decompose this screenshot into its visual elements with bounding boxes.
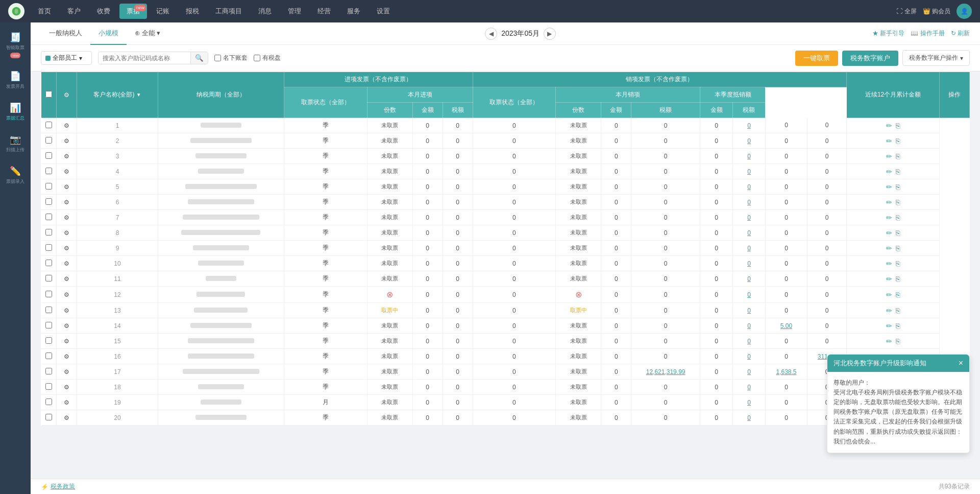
row-checkbox[interactable] [45, 168, 52, 174]
table-row: ⚙ 12 季 ⊗ 0 0 0 ⊗ 0 0 0 0 0 0 ✏ ⎘ [41, 287, 970, 303]
row-checkbox[interactable] [45, 337, 52, 344]
edit-icon[interactable]: ✏ [886, 122, 892, 130]
nav-operation[interactable]: 经营 [310, 4, 338, 19]
edit-icon[interactable]: ✏ [886, 291, 892, 299]
copy-icon[interactable]: ⎘ [896, 152, 900, 160]
nav-billing[interactable]: 收费 [90, 4, 117, 19]
row-cumulative-cell: 0 [807, 318, 847, 334]
copy-icon[interactable]: ⎘ [896, 168, 900, 176]
nav-tax[interactable]: 报税 [179, 4, 206, 19]
has-tax-disk-filter[interactable]: 有税盘 [254, 54, 281, 62]
sidebar-item-smart-invoice[interactable]: 🧾 智能取票 new [1, 27, 30, 63]
copy-icon[interactable]: ⎘ [896, 307, 900, 315]
has-tax-disk-checkbox[interactable] [254, 55, 260, 61]
member-btn[interactable]: 👑 购会员 [923, 7, 950, 16]
copy-icon[interactable]: ⎘ [896, 183, 900, 191]
edit-icon[interactable]: ✏ [886, 337, 892, 345]
tab-small-scale[interactable]: 小规模 [90, 22, 127, 45]
copy-icon[interactable]: ⎘ [896, 214, 900, 222]
copy-icon[interactable]: ⎘ [896, 275, 900, 283]
nav-message[interactable]: 消息 [251, 4, 279, 19]
sidebar-item-open-invoice[interactable]: 📄 发票开具 [1, 65, 30, 95]
digital-account-btn[interactable]: 税务数字账户 [842, 51, 898, 66]
copy-icon[interactable]: ⎘ [896, 244, 900, 252]
select-all-checkbox[interactable] [45, 91, 52, 98]
tax-policy-link[interactable]: 税务政策 [51, 482, 75, 491]
edit-icon[interactable]: ✏ [886, 260, 892, 268]
row-checkbox[interactable] [45, 137, 52, 144]
copy-icon[interactable]: ⎘ [896, 260, 900, 268]
sidebar-item-entry[interactable]: ✏️ 票据录入 [1, 160, 30, 190]
notification-header: 河北税务数字账户升级影响通知 × [827, 355, 969, 372]
edit-icon[interactable]: ✏ [886, 152, 892, 160]
notification-close-btn[interactable]: × [959, 359, 963, 368]
digital-ops-btn[interactable]: 税务数字账户操作 ▾ [902, 50, 970, 66]
sidebar-item-summary[interactable]: 📊 票据汇总 [1, 97, 30, 127]
row-checkbox[interactable] [45, 198, 52, 205]
search-input[interactable] [99, 53, 190, 64]
copy-icon[interactable]: ⎘ [896, 122, 900, 130]
customer-name-blurred [190, 138, 252, 143]
edit-icon[interactable]: ✏ [886, 229, 892, 237]
edit-icon[interactable]: ✏ [886, 168, 892, 176]
row-checkbox[interactable] [45, 368, 52, 374]
copy-icon[interactable]: ⎘ [896, 337, 900, 345]
nav-settings[interactable]: 设置 [370, 4, 397, 19]
copy-icon[interactable]: ⎘ [896, 322, 900, 330]
manual-btn[interactable]: 📖 操作手册 [911, 29, 944, 38]
row-checkbox[interactable] [45, 398, 52, 405]
row-checkbox[interactable] [45, 214, 52, 220]
nav-service[interactable]: 服务 [340, 4, 368, 19]
edit-icon[interactable]: ✏ [886, 183, 892, 191]
copy-icon[interactable]: ⎘ [896, 291, 900, 299]
row-checkbox[interactable] [45, 183, 52, 190]
edit-icon[interactable]: ✏ [886, 322, 892, 330]
row-checkbox[interactable] [45, 152, 52, 159]
tab-general-taxpayer[interactable]: 一般纳税人 [41, 22, 90, 45]
fullscreen-btn[interactable]: ⛶ 全屏 [896, 7, 916, 16]
one-click-btn[interactable]: 一键取票 [795, 51, 838, 66]
row-checkbox[interactable] [45, 307, 52, 313]
edit-icon[interactable]: ✏ [886, 307, 892, 315]
date-prev-btn[interactable]: ◀ [485, 28, 497, 40]
row-checkbox[interactable] [45, 383, 52, 390]
row-checkbox[interactable] [45, 122, 52, 128]
row-checkbox[interactable] [45, 260, 52, 266]
edit-icon[interactable]: ✏ [886, 198, 892, 206]
row-checkbox[interactable] [45, 291, 52, 297]
toolbar-actions: 一键取票 税务数字账户 税务数字账户操作 ▾ [795, 50, 970, 66]
nav-invoice[interactable]: 票据 new [119, 4, 147, 19]
user-avatar[interactable]: 👤 [957, 4, 972, 19]
row-checkbox[interactable] [45, 352, 52, 359]
row-checkbox[interactable] [45, 229, 52, 236]
under-account-filter[interactable]: 名下账套 [214, 54, 248, 62]
customer-name-blurred [195, 415, 247, 420]
row-in-amount-cell: 0 [443, 225, 473, 241]
copy-icon[interactable]: ⎘ [896, 137, 900, 145]
edit-icon[interactable]: ✏ [886, 214, 892, 222]
refresh-btn[interactable]: ↻ 刷新 [951, 29, 970, 38]
row-checkbox[interactable] [45, 414, 52, 420]
row-checkbox[interactable] [45, 244, 52, 251]
edit-icon[interactable]: ✏ [886, 244, 892, 252]
under-account-checkbox[interactable] [214, 55, 221, 61]
row-checkbox[interactable] [45, 275, 52, 281]
edit-icon[interactable]: ✏ [886, 137, 892, 145]
employee-select[interactable]: 全部员工 ▾ [41, 51, 92, 65]
nav-business[interactable]: 工商项目 [208, 4, 249, 19]
sidebar-item-scan[interactable]: 📷 扫描上传 [1, 129, 30, 158]
tab-all-capable[interactable]: ⊕ 全能 ▾ [127, 22, 168, 45]
row-checkbox[interactable] [45, 322, 52, 328]
new-guide-btn[interactable]: ★ 新手引导 [872, 29, 904, 38]
edit-icon[interactable]: ✏ [886, 275, 892, 283]
date-next-btn[interactable]: ▶ [544, 28, 556, 40]
nav-home[interactable]: 首页 [31, 4, 58, 19]
nav-bookkeeping[interactable]: 记账 [149, 4, 177, 19]
search-button[interactable]: 🔍 [190, 52, 208, 64]
copy-icon[interactable]: ⎘ [896, 198, 900, 206]
nav-customer[interactable]: 客户 [60, 4, 88, 19]
row-out-count-cell: 0 [601, 287, 631, 303]
nav-manage[interactable]: 管理 [281, 4, 308, 19]
copy-icon[interactable]: ⎘ [896, 229, 900, 237]
select-all-header [41, 72, 57, 118]
